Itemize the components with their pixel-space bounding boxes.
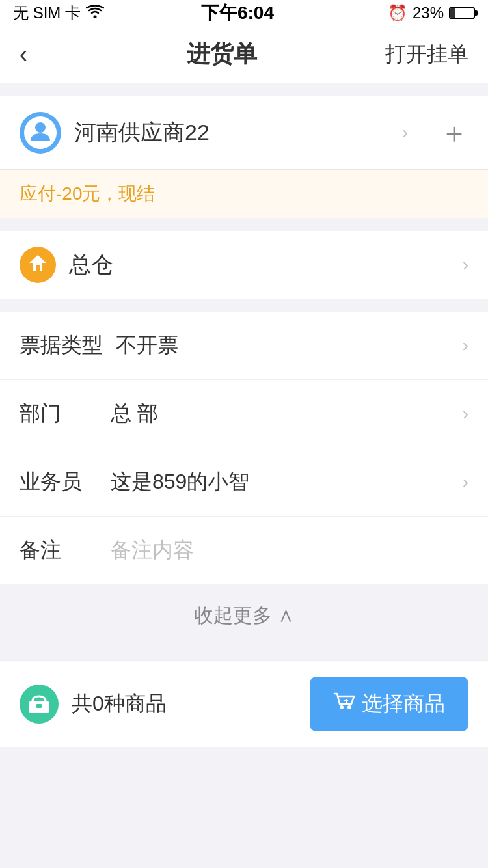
bottom-separator [0, 647, 488, 660]
svg-rect-5 [36, 704, 42, 708]
warehouse-icon [20, 247, 56, 283]
alarm-icon: ⏰ [388, 4, 407, 22]
select-product-label: 选择商品 [362, 690, 445, 718]
battery-icon [449, 7, 475, 19]
select-product-button[interactable]: 选择商品 [310, 677, 468, 731]
status-time: 下午6:04 [201, 1, 274, 25]
remarks-label: 备注 [20, 536, 98, 565]
notice-banner: 应付-20元，现结 [0, 170, 488, 218]
supplier-chevron-icon: › [402, 122, 408, 143]
svg-point-0 [94, 16, 97, 19]
warehouse-row[interactable]: 总仓 › [0, 231, 488, 299]
form-separator [0, 299, 488, 312]
invoice-row[interactable]: 票据类型 不开票 › [0, 312, 488, 380]
salesman-label: 业务员 [20, 468, 98, 496]
status-bar: 无 SIM 卡 下午6:04 ⏰ 23% [0, 0, 488, 26]
supplier-section: 河南供应商22 › ＋ 应付-20元，现结 [0, 96, 488, 218]
location-icon [371, 4, 383, 22]
home-icon [28, 254, 47, 277]
invoice-value: 不开票 [116, 331, 456, 360]
remarks-input[interactable]: 备注内容 [111, 536, 468, 565]
salesman-chevron-icon: › [463, 472, 468, 493]
person-icon [31, 120, 50, 146]
remarks-row[interactable]: 备注 备注内容 [0, 517, 488, 584]
status-right: ⏰ 23% [371, 4, 475, 22]
product-count-text: 共0种商品 [72, 690, 310, 718]
warehouse-separator [0, 218, 488, 231]
top-separator [0, 83, 488, 96]
add-supplier-button[interactable]: ＋ [440, 118, 468, 147]
main-content: 河南供应商22 › ＋ 应付-20元，现结 总仓 › 票据类型 [0, 83, 488, 868]
warehouse-section: 总仓 › [0, 231, 488, 299]
open-pending-button[interactable]: 打开挂单 [385, 40, 468, 69]
warehouse-name: 总仓 [69, 250, 463, 280]
salesman-value: 这是859的小智 [111, 468, 456, 496]
department-chevron-icon: › [463, 403, 468, 424]
vertical-divider [424, 116, 424, 149]
supplier-row[interactable]: 河南供应商22 › ＋ [0, 96, 488, 170]
supplier-name: 河南供应商22 [74, 118, 402, 148]
svg-point-2 [35, 122, 46, 133]
department-label: 部门 [20, 400, 98, 428]
svg-marker-3 [29, 255, 46, 271]
product-icon [20, 685, 59, 724]
department-value: 总 部 [111, 400, 456, 428]
bottom-bar: 共0种商品 选择商品 [0, 660, 488, 747]
svg-point-7 [347, 705, 351, 709]
nav-bar: ‹ 进货单 打开挂单 [0, 26, 488, 83]
form-section: 票据类型 不开票 › 部门 总 部 › 业务员 这是859的小智 › 备注 备注… [0, 312, 488, 584]
cart-icon [333, 692, 355, 717]
department-row[interactable]: 部门 总 部 › [0, 380, 488, 448]
page-title: 进货单 [187, 38, 257, 70]
salesman-row[interactable]: 业务员 这是859的小智 › [0, 448, 488, 517]
supplier-avatar [20, 112, 61, 154]
wifi-icon [86, 4, 104, 22]
svg-point-6 [340, 705, 344, 709]
warehouse-chevron-icon: › [463, 254, 468, 275]
back-button[interactable]: ‹ [20, 41, 59, 68]
invoice-chevron-icon: › [463, 335, 468, 356]
status-left: 无 SIM 卡 [13, 3, 104, 23]
battery-percent: 23% [413, 4, 444, 22]
carrier-text: 无 SIM 卡 [13, 3, 81, 23]
invoice-label: 票据类型 [20, 331, 103, 360]
collapse-row[interactable]: 收起更多 ∧ [0, 584, 488, 647]
svg-marker-1 [371, 7, 383, 18]
